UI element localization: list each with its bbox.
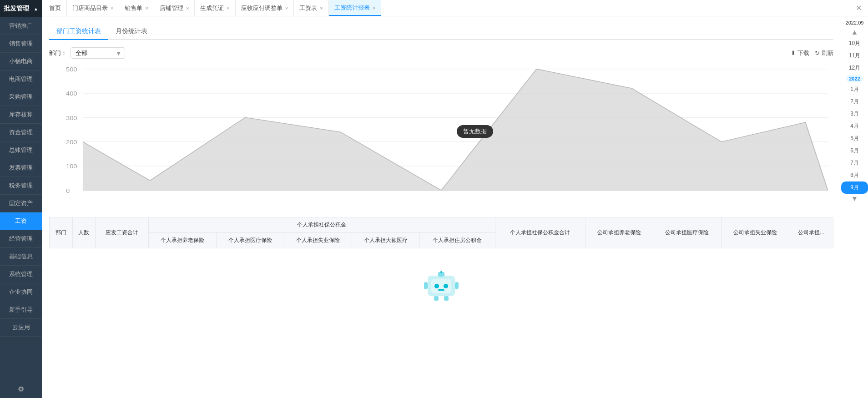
sidebar-collapse-icon: ▲ [34,6,38,11]
col-company-pension: 公司承担养老保险 [585,217,653,248]
page-area: 部门工资统计表月份统计表 部门： 全部 ▼ ⬇ 下载 [42,16,841,398]
cal-month-12[interactable]: 12月 [841,62,868,74]
cal-year-2022[interactable]: 2022 [846,75,863,82]
sub-tab-月份统计表[interactable]: 月份统计表 [108,24,155,40]
cal-month-9[interactable]: 9月 [841,181,868,194]
sidebar-item-税务管理[interactable]: 税务管理 [0,177,42,195]
svg-text:100: 100 [66,163,77,170]
sidebar-item-采购管理[interactable]: 采购管理 [0,88,42,106]
svg-rect-23 [434,296,439,301]
tab-生成凭证[interactable]: 生成凭证× [195,0,235,16]
cal-next-button[interactable]: ▼ [850,194,859,204]
sidebar-item-发票管理[interactable]: 发票管理 [0,159,42,177]
svg-rect-21 [424,282,428,289]
sidebar-header-label: 批发管理 [4,5,29,13]
tab-label: 销售单 [125,4,142,12]
col-personal-major-medical: 个人承担大额医疗 [352,233,420,248]
svg-rect-15 [431,279,451,293]
col-personal-housing-fund: 个人承担住房公积金 [420,233,495,248]
chart-svg: 500 400 300 200 100 0 [49,64,833,210]
tab-close-icon[interactable]: × [320,5,323,11]
sub-tabs: 部门工资统计表月份统计表 [49,24,833,40]
col-dept: 部门 [50,217,73,248]
sidebar-item-总账管理[interactable]: 总账管理 [0,141,42,159]
tab-close-icon[interactable]: × [186,5,189,11]
main-area: 首页门店商品目录×销售单×店铺管理×生成凭证×应收应付调整单×工资表×工资统计报… [42,0,868,398]
tab-门店商品目录[interactable]: 门店商品目录× [67,0,119,16]
cal-month-8[interactable]: 8月 [841,169,868,181]
toolbar-right: ⬇ 下载 ↻ 刷新 [791,49,833,57]
tab-close-icon[interactable]: × [227,5,229,11]
cal-month-3[interactable]: 3月 [841,108,868,120]
refresh-icon: ↻ [815,50,820,56]
cal-month-11[interactable]: 11月 [841,50,868,62]
table-scroll-container[interactable]: 部门 人数 应发工资合计 个人承担社保公积金 个人承担社保公积金合计 公司承担养… [49,217,833,308]
svg-rect-24 [444,296,449,301]
svg-text:0: 0 [66,187,70,194]
refresh-button[interactable]: ↻ 刷新 [815,49,833,57]
tab-首页[interactable]: 首页 [44,0,67,16]
cal-prev-button[interactable]: ▲ [850,27,859,37]
sidebar-item-工资[interactable]: 工资 [0,212,42,230]
sub-tab-部门工资统计表[interactable]: 部门工资统计表 [49,24,108,40]
sidebar: 批发管理 ▲ 营销推广销售管理小畅电商电商管理采购管理库存核算资金管理总账管理发… [0,0,42,398]
cal-month-1[interactable]: 1月 [841,83,868,96]
tab-close-icon[interactable]: × [145,5,148,11]
tab-销售单[interactable]: 销售单× [119,0,154,16]
download-button[interactable]: ⬇ 下载 [791,49,809,57]
svg-text:400: 400 [66,90,77,97]
dept-select[interactable]: 全部 [71,47,125,59]
sidebar-item-经营管理[interactable]: 经营管理 [0,230,42,248]
download-icon: ⬇ [791,50,796,56]
col-personal-pension: 个人承担养老保险 [148,233,216,248]
tab-店铺管理[interactable]: 店铺管理× [154,0,195,16]
cal-month-7[interactable]: 7月 [841,157,868,169]
tab-label: 门店商品目录 [72,4,108,12]
tab-close-icon[interactable]: × [285,5,288,11]
sidebar-item-系统管理[interactable]: 系统管理 [0,266,42,283]
sidebar-item-企业协同[interactable]: 企业协同 [0,283,42,301]
empty-state-icon [423,267,459,303]
svg-text:500: 500 [66,66,77,73]
svg-point-17 [444,284,448,288]
sidebar-item-库存核算[interactable]: 库存核算 [0,106,42,124]
sidebar-item-销售管理[interactable]: 销售管理 [0,35,42,53]
svg-rect-22 [455,282,459,289]
sidebar-item-云应用[interactable]: 云应用 [0,319,42,337]
sidebar-settings[interactable]: ⚙ [0,380,42,398]
toolbar-left: 部门： 全部 ▼ [49,47,125,59]
tab-close-icon[interactable]: × [111,5,113,11]
sidebar-header[interactable]: 批发管理 ▲ [0,0,42,17]
cal-month-4[interactable]: 4月 [841,120,868,132]
sidebar-item-小畅电商[interactable]: 小畅电商 [0,53,42,71]
svg-text:300: 300 [66,115,77,121]
cal-month-6[interactable]: 6月 [841,145,868,157]
sidebar-item-固定资产[interactable]: 固定资产 [0,195,42,212]
tab-应收应付调整单[interactable]: 应收应付调整单× [236,0,294,16]
sidebar-item-电商管理[interactable]: 电商管理 [0,71,42,88]
col-company-more: 公司承担... [789,217,833,248]
svg-text:200: 200 [66,139,77,146]
sidebar-item-营销推广[interactable]: 营销推广 [0,17,42,35]
calendar-panel: 2022.09 ▲ 10月 11月 12月 2022 1月 2月 3月 4月 5… [841,16,868,398]
sidebar-item-基础信息[interactable]: 基础信息 [0,248,42,266]
table-empty-row: 暂无数据 [50,248,833,308]
svg-rect-20 [440,271,442,273]
cal-month-10[interactable]: 10月 [841,37,868,50]
tab-工资表[interactable]: 工资表× [294,0,328,16]
col-personal-total: 个人承担社保公积金合计 [495,217,585,248]
col-headcount: 人数 [72,217,96,248]
cal-month-5[interactable]: 5月 [841,132,868,145]
tab-label: 生成凭证 [200,4,224,12]
cal-month-2[interactable]: 2月 [841,96,868,108]
dept-label: 部门： [49,49,67,57]
tab-close-icon[interactable]: × [373,5,375,10]
tabbar-close-button[interactable]: ✕ [851,4,866,12]
svg-rect-18 [438,289,444,291]
sidebar-item-新手引导[interactable]: 新手引导 [0,301,42,319]
tab-工资统计报表[interactable]: 工资统计报表× [329,0,381,16]
tab-label: 工资表 [299,4,317,12]
tab-label: 工资统计报表 [334,4,370,12]
cal-year-header: 2022.09 [845,18,865,27]
sidebar-item-资金管理[interactable]: 资金管理 [0,124,42,141]
